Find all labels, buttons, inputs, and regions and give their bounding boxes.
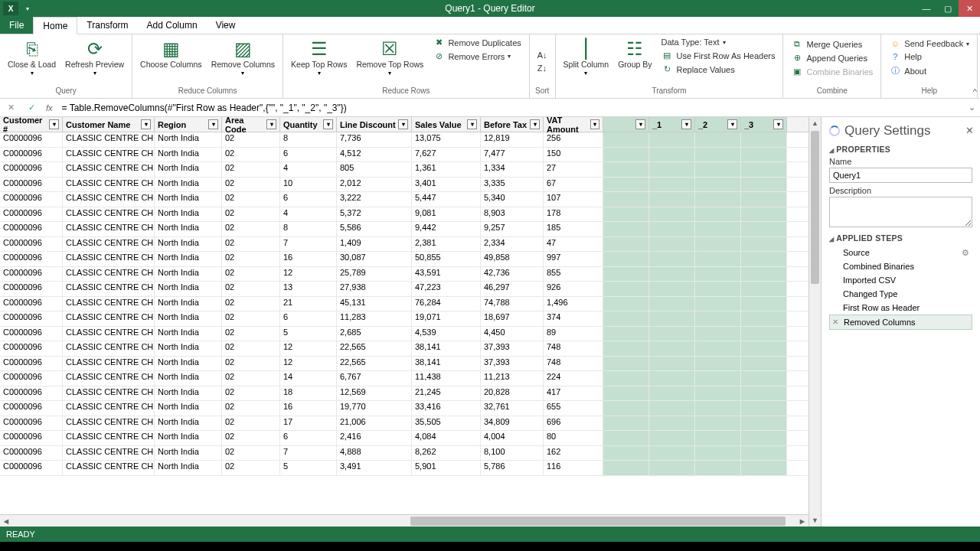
- formula-accept-icon[interactable]: ✓: [25, 103, 38, 112]
- query-description-input[interactable]: [829, 197, 972, 227]
- applied-step[interactable]: Combined Binaries: [829, 259, 972, 273]
- help-button[interactable]: ?Help: [886, 51, 925, 63]
- formula-input[interactable]: [60, 101, 961, 115]
- table-row[interactable]: C0000096CLASSIC CENTRE CHDNorth India021…: [0, 371, 808, 386]
- table-row[interactable]: C0000096CLASSIC CENTRE CHDNorth India028…: [0, 132, 808, 148]
- column-header[interactable]: ▾: [603, 117, 649, 132]
- filter-dropdown-icon[interactable]: ▾: [681, 119, 691, 129]
- replace-values-button[interactable]: ↻Replace Values: [658, 63, 778, 76]
- table-row[interactable]: C0000096CLASSIC CENTRE CHDNorth India026…: [0, 148, 808, 163]
- keep-top-rows-button[interactable]: ☰Keep Top Rows▾: [288, 36, 350, 78]
- column-header[interactable]: _3▾: [741, 117, 787, 132]
- table-row[interactable]: C0000096CLASSIC CENTRE CHDNorth India025…: [0, 327, 808, 342]
- table-row[interactable]: C0000096CLASSIC CENTRE CHDNorth India021…: [0, 386, 808, 402]
- table-row[interactable]: C0000096CLASSIC CENTRE CHDNorth India025…: [0, 461, 808, 476]
- vertical-scrollbar[interactable]: ▲ ▼: [808, 117, 821, 527]
- formula-expand-icon[interactable]: ⌄: [969, 103, 975, 112]
- group-by-button[interactable]: ☷Group By: [615, 36, 655, 71]
- filter-dropdown-icon[interactable]: ▾: [467, 119, 477, 129]
- applied-step[interactable]: Source⚙: [829, 246, 972, 259]
- column-header[interactable]: _1▾: [649, 117, 695, 132]
- table-row[interactable]: C0000096CLASSIC CENTRE CHDNorth India021…: [0, 267, 808, 282]
- table-row[interactable]: C0000096CLASSIC CENTRE CHDNorth India021…: [0, 401, 808, 416]
- close-load-button[interactable]: ⎘Close & Load▾: [5, 36, 59, 78]
- applied-step[interactable]: First Row as Header: [829, 301, 972, 315]
- column-header[interactable]: VAT Amount▾: [544, 117, 603, 132]
- append-queries-button[interactable]: ⊕Append Queries: [788, 51, 871, 64]
- tab-add-column[interactable]: Add Column: [138, 17, 207, 34]
- step-settings-icon[interactable]: ⚙: [962, 248, 969, 258]
- tab-transform[interactable]: Transform: [77, 17, 137, 34]
- column-header[interactable]: Area Code▾: [222, 117, 280, 132]
- filter-dropdown-icon[interactable]: ▾: [323, 119, 333, 129]
- split-column-button[interactable]: ⎮Split Column▾: [560, 36, 612, 78]
- table-row[interactable]: C0000096CLASSIC CENTRE CHDNorth India021…: [0, 357, 808, 372]
- table-row[interactable]: C0000096CLASSIC CENTRE CHDNorth India027…: [0, 237, 808, 253]
- filter-dropdown-icon[interactable]: ▾: [141, 119, 151, 129]
- column-header[interactable]: Customer Name▾: [63, 117, 155, 132]
- applied-step[interactable]: ✕Removed Columns: [829, 315, 972, 330]
- fx-icon[interactable]: fx: [46, 103, 53, 112]
- remove-errors-button[interactable]: ⊘Remove Errors ▾: [430, 50, 524, 63]
- combine-binaries-button[interactable]: ▣Combine Binaries: [788, 65, 876, 78]
- data-type-button[interactable]: Data Type: Text ▾: [658, 36, 778, 48]
- column-header[interactable]: _2▾: [695, 117, 741, 132]
- column-header[interactable]: Before Tax▾: [481, 117, 544, 132]
- column-header[interactable]: Quantity▾: [280, 117, 337, 132]
- formula-cancel-icon[interactable]: ✕: [5, 103, 18, 112]
- table-row[interactable]: C0000096CLASSIC CENTRE CHDNorth India024…: [0, 162, 808, 178]
- send-feedback-button[interactable]: ☺Send Feedback ▾: [886, 37, 972, 50]
- filter-dropdown-icon[interactable]: ▾: [398, 119, 408, 129]
- scroll-left-icon[interactable]: ◄: [0, 517, 12, 526]
- column-header[interactable]: Sales Value▾: [412, 117, 481, 132]
- about-button[interactable]: ⓘAbout: [886, 64, 929, 78]
- collapse-ribbon-icon[interactable]: ^: [973, 87, 977, 96]
- properties-header[interactable]: PROPERTIES: [829, 145, 972, 154]
- merge-queries-button[interactable]: ⧉Merge Queries: [788, 37, 865, 51]
- column-header[interactable]: Region▾: [155, 117, 222, 132]
- column-header[interactable]: Customer #▾: [0, 117, 63, 132]
- filter-dropdown-icon[interactable]: ▾: [590, 119, 599, 129]
- filter-dropdown-icon[interactable]: ▾: [208, 119, 218, 129]
- refresh-preview-button[interactable]: ⟳Refresh Preview▾: [62, 36, 127, 78]
- delete-step-icon[interactable]: ✕: [832, 318, 838, 326]
- remove-duplicates-button[interactable]: ✖Remove Duplicates: [430, 36, 524, 49]
- table-row[interactable]: C0000096CLASSIC CENTRE CHDNorth India024…: [0, 207, 808, 223]
- applied-steps-header[interactable]: APPLIED STEPS: [829, 233, 972, 243]
- table-row[interactable]: C0000096CLASSIC CENTRE CHDNorth India028…: [0, 222, 808, 237]
- table-row[interactable]: C0000096CLASSIC CENTRE CHDNorth India026…: [0, 311, 808, 327]
- tab-view[interactable]: View: [207, 17, 245, 34]
- table-row[interactable]: C0000096CLASSIC CENTRE CHDNorth India021…: [0, 341, 808, 357]
- tab-file[interactable]: File: [0, 17, 33, 34]
- filter-dropdown-icon[interactable]: ▾: [266, 119, 276, 129]
- horizontal-scrollbar[interactable]: ◄ ►: [0, 514, 808, 527]
- filter-dropdown-icon[interactable]: ▾: [635, 119, 645, 129]
- choose-columns-button[interactable]: ▦Choose Columns: [137, 36, 205, 71]
- filter-dropdown-icon[interactable]: ▾: [530, 119, 540, 129]
- first-row-headers-button[interactable]: ▤Use First Row As Headers: [658, 49, 778, 62]
- tab-home[interactable]: Home: [33, 17, 77, 34]
- table-row[interactable]: C0000096CLASSIC CENTRE CHDNorth India027…: [0, 446, 808, 461]
- settings-close-button[interactable]: ✕: [965, 125, 974, 136]
- sort-asc-button[interactable]: A↓: [534, 49, 550, 61]
- applied-step[interactable]: Changed Type: [829, 287, 972, 301]
- column-header[interactable]: Line Discount▾: [337, 117, 412, 132]
- remove-top-rows-button[interactable]: ☒Remove Top Rows▾: [353, 36, 426, 78]
- maximize-button[interactable]: ▢: [937, 0, 959, 17]
- scroll-right-icon[interactable]: ►: [796, 517, 808, 526]
- table-row[interactable]: C0000096CLASSIC CENTRE CHDNorth India021…: [0, 416, 808, 432]
- close-button[interactable]: ✕: [959, 0, 980, 17]
- remove-columns-button[interactable]: ▨Remove Columns▾: [208, 36, 278, 78]
- table-row[interactable]: C0000096CLASSIC CENTRE CHDNorth India026…: [0, 192, 808, 207]
- table-row[interactable]: C0000096CLASSIC CENTRE CHDNorth India026…: [0, 431, 808, 446]
- filter-dropdown-icon[interactable]: ▾: [727, 119, 737, 129]
- filter-dropdown-icon[interactable]: ▾: [773, 119, 783, 129]
- qat-dropdown-icon[interactable]: ▾: [20, 2, 35, 15]
- table-row[interactable]: C0000096CLASSIC CENTRE CHDNorth India022…: [0, 297, 808, 312]
- applied-step[interactable]: Imported CSV: [829, 273, 972, 287]
- query-name-input[interactable]: [829, 168, 972, 183]
- minimize-button[interactable]: —: [916, 0, 937, 17]
- scroll-up-icon[interactable]: ▲: [809, 117, 821, 129]
- scroll-down-icon[interactable]: ▼: [809, 514, 821, 527]
- filter-dropdown-icon[interactable]: ▾: [49, 119, 59, 129]
